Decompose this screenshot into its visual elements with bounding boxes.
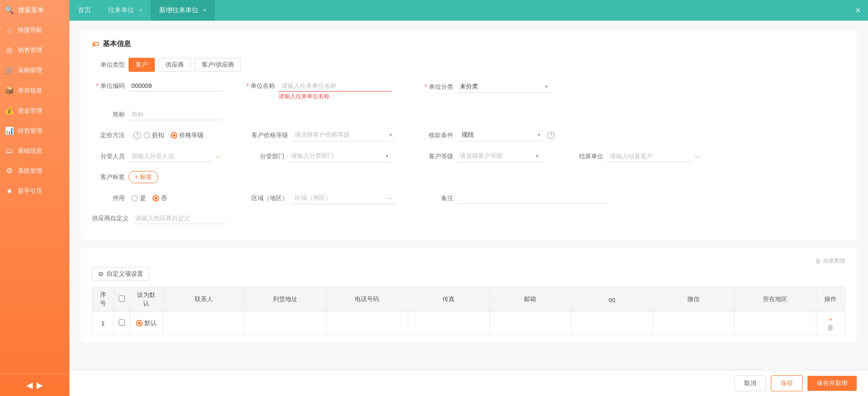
row-action-cell: ＋ 🗑 — [816, 312, 845, 335]
expand-icon[interactable]: ▶ — [37, 380, 43, 390]
manager-more-btn[interactable]: ··· — [216, 153, 221, 160]
row-region-input[interactable] — [739, 320, 811, 327]
payment-condition-value: 现结 — [462, 131, 536, 139]
tab-partners[interactable]: 往来单位 × — [99, 0, 151, 21]
tab-new-partner[interactable]: 新增往来单位 × — [151, 0, 215, 21]
section-title: 🏷 基本信息 — [92, 39, 845, 48]
sidebar-item-label: 系统管理 — [18, 167, 42, 175]
finance-icon: 💰 — [5, 106, 14, 115]
tag-field: 客户标签 + 标签 — [92, 171, 845, 183]
row-delete-icon[interactable]: 🗑 — [827, 324, 834, 331]
gear-icon: ⚙ — [98, 271, 104, 278]
row-checkbox[interactable] — [119, 319, 125, 326]
sidebar-item-inventory[interactable]: 📦 库存核算 — [0, 80, 69, 101]
department-select[interactable]: 请输入分管部门 ▾ — [288, 150, 391, 163]
sidebar-item-purchase[interactable]: 🛒 采购管理 — [0, 60, 69, 80]
tab-bar: 首页 往来单位 × 新增往来单位 × × — [69, 0, 868, 21]
batch-delete-label: 批量删除 — [823, 257, 845, 265]
unit-code-label: 单位编码 — [92, 82, 125, 90]
unit-type-supplier[interactable]: 供应商 — [159, 58, 191, 72]
row-phone-input[interactable] — [331, 320, 403, 327]
home-icon: ⌂ — [5, 26, 14, 34]
unit-code-input[interactable] — [129, 80, 222, 92]
pricing-radio-group: 折扣 价格等级 — [144, 131, 204, 140]
unit-type-both[interactable]: 客户/供应商 — [195, 58, 241, 72]
sidebar-search[interactable]: 🔍 搜索菜单 — [0, 0, 69, 20]
unit-type-customer[interactable]: 客户 — [129, 58, 155, 72]
row-default-radio[interactable]: 默认 — [135, 319, 158, 327]
unit-name-input[interactable] — [279, 80, 391, 92]
tab-partners-close[interactable]: × — [139, 7, 142, 14]
save-button[interactable]: 保存 — [771, 375, 803, 391]
customer-level-select[interactable]: 请选择客户等级 ▾ — [457, 150, 541, 163]
supplier-custom-row: 供应商自定义 — [92, 213, 845, 224]
short-name-input[interactable] — [129, 109, 222, 120]
row-contact-input[interactable] — [168, 320, 240, 327]
tab-partners-label: 往来单位 — [108, 6, 134, 15]
row-wechat-input[interactable] — [658, 320, 730, 327]
sidebar-item-newbie[interactable]: ★ 新手引导 — [0, 181, 69, 201]
settlement-more-btn[interactable]: ··· — [694, 153, 700, 160]
sidebar-item-finance[interactable]: 💰 资金管理 — [0, 101, 69, 121]
sidebar-item-label: 经营管理 — [18, 127, 42, 135]
row-checkbox-cell — [114, 312, 129, 335]
row-add-icon[interactable]: ＋ — [827, 315, 834, 323]
sidebar-item-operations[interactable]: 📊 经营管理 — [0, 121, 69, 141]
pricing-level-radio[interactable]: 价格等级 — [171, 131, 204, 140]
row-address-input[interactable] — [250, 320, 321, 327]
window-close-button[interactable]: × — [848, 6, 868, 16]
manager-input[interactable] — [129, 151, 213, 162]
sidebar-bottom: ◀ ▶ — [0, 374, 69, 396]
cancel-button[interactable]: 取消 — [734, 375, 766, 391]
tag-add-button[interactable]: + 标签 — [129, 171, 158, 183]
row-qq-input[interactable] — [576, 320, 648, 327]
select-all-checkbox[interactable] — [119, 295, 125, 302]
customer-price-level-field: 客户价格等级 请选择客户价格等级 ▾ — [251, 129, 420, 141]
row-default-cell: 默认 — [129, 312, 163, 335]
pricing-method-label: 定价方法 — [92, 131, 125, 140]
payment-help-icon[interactable]: ? — [547, 132, 555, 139]
stop-use-yes-radio[interactable]: 是 — [131, 194, 146, 202]
sidebar-item-sales[interactable]: ◎ 销售管理 — [0, 40, 69, 60]
row-fax-input[interactable] — [413, 320, 485, 327]
pricing-help-icon[interactable]: ? — [133, 132, 141, 139]
sidebar-search-label: 搜索菜单 — [18, 6, 44, 15]
custom-settings-button[interactable]: ⚙ 自定义项设置 — [92, 267, 149, 281]
row-phone-cell — [326, 312, 408, 335]
sidebar-item-basic[interactable]: 🗂 基础信息 — [0, 141, 69, 161]
unit-code-row: 单位编码 单位名称 请输入往来单位名称 单位分类 未分类 ▾ — [92, 80, 845, 101]
area-more-btn[interactable]: ··· — [387, 194, 392, 202]
save-new-button[interactable]: 保存并新增 — [807, 376, 857, 391]
row-fax-cell — [408, 312, 489, 335]
chevron-down-icon2: ▾ — [389, 132, 392, 138]
main-area: 首页 往来单位 × 新增往来单位 × × 🏷 基本信息 单位类型 — [69, 0, 868, 396]
customer-tag-label: 客户标签 — [92, 173, 125, 181]
pricing-discount-radio[interactable]: 折扣 — [144, 131, 164, 140]
payment-condition-select[interactable]: 现结 ▾ — [459, 129, 543, 141]
manager-row: 分管人员 ··· 分管部门 请输入分管部门 ▾ 客户等级 请选择客户等级 ▾ — [92, 150, 845, 163]
chevron-down-icon: ▾ — [545, 84, 548, 90]
tab-new-partner-close[interactable]: × — [203, 7, 206, 14]
area-select[interactable]: 区域（地区） ··· — [292, 192, 395, 204]
stop-use-no-radio[interactable]: 否 — [152, 194, 167, 202]
contact-table: 序号 设为默认 联系人 到货地址 电话号码 传真 邮箱 qq 微信 所在地区 操… — [92, 287, 845, 335]
sidebar-item-quick-nav[interactable]: ⌂ 快捷导航 — [0, 20, 69, 40]
collapse-icon[interactable]: ◀ — [26, 380, 33, 390]
note-input[interactable] — [457, 193, 608, 204]
short-name-field: 简称 — [92, 109, 242, 120]
row-email-input[interactable] — [495, 320, 566, 327]
supplier-custom-input[interactable] — [132, 213, 226, 224]
row-qq-cell — [571, 312, 653, 335]
customer-level-field: 客户等级 请选择客户等级 ▾ — [420, 150, 571, 163]
settlement-unit-input[interactable] — [607, 151, 692, 162]
batch-delete-button[interactable]: 🗑 批量删除 — [815, 257, 845, 265]
tab-home[interactable]: 首页 — [69, 0, 99, 21]
col-email: 邮箱 — [489, 287, 571, 312]
sidebar-item-system[interactable]: ⚙ 系统管理 — [0, 161, 69, 181]
tag-row: 客户标签 + 标签 — [92, 171, 845, 183]
customer-price-level-select[interactable]: 请选择客户价格等级 ▾ — [292, 129, 395, 141]
unit-category-select[interactable]: 未分类 ▾ — [457, 80, 551, 93]
table-row: 1 默认 — [92, 312, 845, 335]
sidebar-item-label: 资金管理 — [18, 107, 42, 115]
content-area: 🏷 基本信息 单位类型 客户 供应商 客户/供应商 单位编码 — [69, 21, 868, 370]
